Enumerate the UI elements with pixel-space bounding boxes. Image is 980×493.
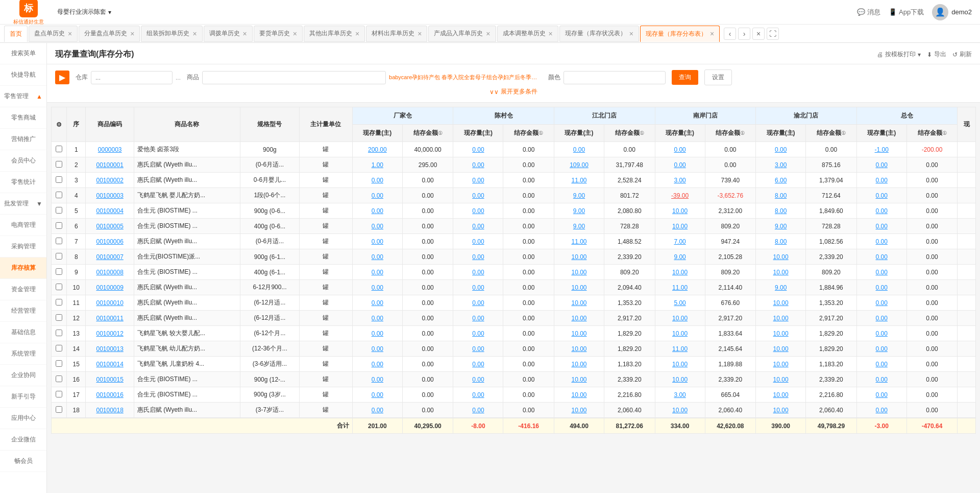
row-yubei-qty[interactable]: 10.00 bbox=[756, 403, 806, 418]
row-nangan-qty[interactable]: 10.00 bbox=[655, 403, 705, 418]
row-yubei-qty[interactable]: 6.00 bbox=[756, 173, 806, 188]
sidebar-item-system[interactable]: 系统管理 bbox=[0, 343, 46, 365]
settings-btn[interactable]: 设置 bbox=[704, 69, 732, 85]
row-code[interactable]: 00100003 bbox=[86, 188, 134, 203]
row-checkbox[interactable] bbox=[52, 265, 67, 280]
row-code[interactable]: 00100013 bbox=[86, 341, 134, 357]
sidebar-item-retail-store[interactable]: 零售商城 bbox=[0, 107, 46, 129]
tab-assembly-close[interactable]: × bbox=[192, 30, 197, 38]
row-checkbox[interactable] bbox=[52, 295, 67, 311]
tab-inventory-count-close[interactable]: × bbox=[68, 30, 72, 38]
row-code[interactable]: 00100018 bbox=[86, 403, 134, 418]
query-btn[interactable]: 查询 bbox=[672, 70, 698, 85]
row-yubei-qty[interactable]: 10.00 bbox=[756, 326, 806, 341]
row-total-qty[interactable]: 0.00 bbox=[856, 403, 906, 418]
row-factory-qty[interactable]: 0.00 bbox=[352, 295, 402, 311]
total-amt-info-icon[interactable]: ① bbox=[942, 130, 947, 136]
th-settings[interactable]: ⚙ bbox=[52, 107, 67, 142]
row-yubei-qty[interactable]: 10.00 bbox=[756, 357, 806, 372]
toggle-btn[interactable]: ▶ bbox=[55, 71, 69, 84]
row-total-qty[interactable]: 0.00 bbox=[856, 234, 906, 249]
sidebar-item-app-center[interactable]: 应用中心 bbox=[0, 408, 46, 429]
factory-amt-info-icon[interactable]: ① bbox=[438, 130, 443, 136]
row-nangan-qty[interactable]: 0.00 bbox=[655, 142, 705, 157]
tab-cost-adjust[interactable]: 成本调整单历史 × bbox=[497, 26, 558, 42]
tab-product-in[interactable]: 产成品入库单历史 × bbox=[428, 26, 496, 42]
row-chenshi-qty[interactable]: 0.00 bbox=[453, 142, 503, 157]
row-checkbox[interactable] bbox=[52, 311, 67, 326]
row-checkbox[interactable] bbox=[52, 280, 67, 295]
row-jiangbei-qty[interactable]: 9.00 bbox=[554, 188, 604, 203]
row-yubei-qty[interactable]: 8.00 bbox=[756, 188, 806, 203]
row-total-qty[interactable]: 0.00 bbox=[856, 372, 906, 387]
sidebar-item-quick-nav[interactable]: 快捷导航 bbox=[0, 64, 46, 86]
row-total-qty[interactable]: 0.00 bbox=[856, 326, 906, 341]
row-total-qty[interactable]: 0.00 bbox=[856, 295, 906, 311]
row-code[interactable]: 00100007 bbox=[86, 249, 134, 265]
row-total-qty[interactable]: 0.00 bbox=[856, 280, 906, 295]
row-checkbox[interactable] bbox=[52, 203, 67, 219]
row-jiangbei-qty[interactable]: 10.00 bbox=[554, 341, 604, 357]
tab-stock-dist[interactable]: 现存量（库存分布表） × bbox=[640, 26, 720, 42]
tab-nav-expand[interactable]: ⛶ bbox=[767, 28, 779, 40]
industry-selector[interactable]: 母婴行业演示陈套 ▾ bbox=[53, 8, 111, 16]
tab-transfer[interactable]: 调拨单历史 × bbox=[204, 26, 253, 42]
row-yubei-qty[interactable]: 9.00 bbox=[756, 280, 806, 295]
message-btn[interactable]: 💬 消息 bbox=[857, 8, 880, 17]
tab-nav-prev[interactable]: ‹ bbox=[724, 28, 736, 40]
sidebar-item-retail-stats[interactable]: 零售统计 bbox=[0, 172, 46, 193]
goods-input[interactable] bbox=[202, 71, 386, 84]
row-chenshi-qty[interactable]: 0.00 bbox=[453, 173, 503, 188]
row-jiangbei-qty[interactable]: 10.00 bbox=[554, 249, 604, 265]
tab-cost-adjust-close[interactable]: × bbox=[549, 30, 553, 38]
row-code[interactable]: 00100012 bbox=[86, 326, 134, 341]
row-factory-qty[interactable]: 0.00 bbox=[352, 219, 402, 234]
row-yubei-qty[interactable]: 8.00 bbox=[756, 234, 806, 249]
row-checkbox[interactable] bbox=[52, 372, 67, 387]
row-code[interactable]: 00100009 bbox=[86, 280, 134, 295]
row-chenshi-qty[interactable]: 0.00 bbox=[453, 372, 503, 387]
row-total-qty[interactable]: 0.00 bbox=[856, 387, 906, 403]
nangan-amt-info-icon[interactable]: ① bbox=[740, 130, 745, 136]
row-checkbox[interactable] bbox=[52, 219, 67, 234]
sidebar-item-retail-mgmt[interactable]: 零售管理 ▲ bbox=[0, 86, 46, 107]
row-total-qty[interactable]: 0.00 bbox=[856, 249, 906, 265]
row-jiangbei-qty[interactable]: 10.00 bbox=[554, 265, 604, 280]
tab-material-out[interactable]: 材料出库单历史 × bbox=[366, 26, 427, 42]
row-chenshi-qty[interactable]: 0.00 bbox=[453, 403, 503, 418]
row-chenshi-qty[interactable]: 0.00 bbox=[453, 280, 503, 295]
row-checkbox[interactable] bbox=[52, 234, 67, 249]
row-chenshi-qty[interactable]: 0.00 bbox=[453, 265, 503, 280]
row-chenshi-qty[interactable]: 0.00 bbox=[453, 203, 503, 219]
tab-purchase-order[interactable]: 要货单历史 × bbox=[254, 26, 303, 42]
sidebar-item-member[interactable]: 会员中心 bbox=[0, 150, 46, 172]
sidebar-item-purchase[interactable]: 采购管理 bbox=[0, 236, 46, 257]
row-chenshi-qty[interactable]: 0.00 bbox=[453, 357, 503, 372]
tab-other-out-close[interactable]: × bbox=[355, 30, 359, 38]
row-factory-qty[interactable]: 0.00 bbox=[352, 311, 402, 326]
row-nangan-qty[interactable]: 5.00 bbox=[655, 295, 705, 311]
export-btn[interactable]: ⬇ 导出 bbox=[927, 50, 946, 59]
row-chenshi-qty[interactable]: 0.00 bbox=[453, 249, 503, 265]
row-checkbox[interactable] bbox=[52, 157, 67, 173]
row-chenshi-qty[interactable]: 0.00 bbox=[453, 387, 503, 403]
tab-assembly[interactable]: 组装拆卸单历史 × bbox=[141, 26, 202, 42]
row-jiangbei-qty[interactable]: 10.00 bbox=[554, 403, 604, 418]
tab-material-out-close[interactable]: × bbox=[418, 30, 422, 38]
row-nangan-qty[interactable]: 3.00 bbox=[655, 173, 705, 188]
print-btn[interactable]: 🖨 按模板打印 ▾ bbox=[877, 50, 921, 59]
row-factory-qty[interactable]: 0.00 bbox=[352, 173, 402, 188]
sidebar-item-wholesale[interactable]: 批发管理 ▼ bbox=[0, 193, 46, 215]
tab-other-out[interactable]: 其他出库单历史 × bbox=[304, 26, 365, 42]
tab-home[interactable]: 首页 bbox=[4, 26, 28, 42]
row-factory-qty[interactable]: 0.00 bbox=[352, 234, 402, 249]
row-yubei-qty[interactable]: 8.00 bbox=[756, 203, 806, 219]
row-factory-qty[interactable]: 0.00 bbox=[352, 249, 402, 265]
row-nangan-qty[interactable]: 10.00 bbox=[655, 326, 705, 341]
row-chenshi-qty[interactable]: 0.00 bbox=[453, 219, 503, 234]
row-code[interactable]: 00100016 bbox=[86, 387, 134, 403]
row-code[interactable]: 00100010 bbox=[86, 295, 134, 311]
sidebar-item-vip[interactable]: 畅会员 bbox=[0, 451, 46, 472]
row-total-qty[interactable]: 0.00 bbox=[856, 173, 906, 188]
row-factory-qty[interactable]: 0.00 bbox=[352, 403, 402, 418]
